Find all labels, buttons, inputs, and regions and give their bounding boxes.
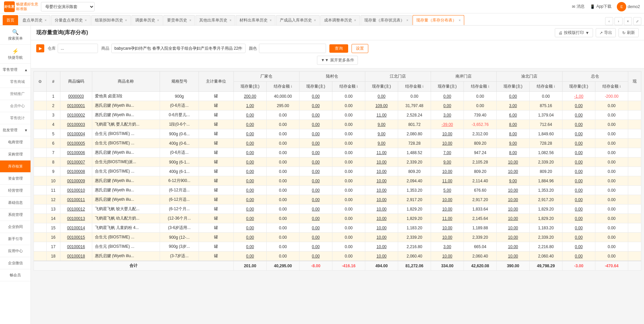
- td-jb-amt: 2,339.20: [398, 233, 431, 242]
- td-na-qty: 9.00: [431, 157, 464, 167]
- tab-close-icon[interactable]: ×: [157, 18, 159, 22]
- td-tot-amt: 0.00: [595, 148, 628, 157]
- tab-cost-adjust[interactable]: 成本调整单历史 ×: [320, 15, 360, 25]
- warehouse-input[interactable]: [58, 44, 98, 53]
- nav-next-btn[interactable]: ›: [614, 17, 623, 25]
- td-index: 18: [46, 251, 60, 261]
- info-icon[interactable]: ℹ: [620, 85, 621, 88]
- sidebar-item-purchase[interactable]: 采购管理: [0, 148, 31, 160]
- goods-input[interactable]: [111, 44, 246, 53]
- tab-close-icon[interactable]: ×: [189, 18, 191, 22]
- settings-icon[interactable]: ⚙: [38, 79, 42, 84]
- td-f-amt: 0.00: [267, 120, 300, 129]
- sidebar-item-member[interactable]: 会员中心: [0, 100, 31, 112]
- content-area: 现存量查询(库存分布) 🖨 按模版打印 ▼ ↗ 导出 ↻ 刷新: [31, 26, 644, 324]
- td-jb-amt: 1,829.20: [398, 214, 431, 223]
- tab-close-icon[interactable]: ×: [354, 18, 356, 22]
- tab-close-icon[interactable]: ×: [459, 18, 461, 22]
- tab-inventory-check[interactable]: 盘点单历史 ×: [19, 15, 50, 25]
- nav-close-btn[interactable]: ×: [624, 17, 632, 25]
- tab-partial-check[interactable]: 分量盘点单历史 ×: [51, 15, 91, 25]
- sidebar-item-wholesale[interactable]: 批发管理 ▼: [0, 124, 31, 136]
- tab-home[interactable]: 首页: [3, 15, 18, 25]
- sidebar-item-operation[interactable]: 经营管理: [0, 185, 31, 197]
- sidebar-item-finance[interactable]: 资金管理: [0, 173, 31, 185]
- sidebar-item-enterprise[interactable]: 企业协同: [0, 221, 31, 233]
- sidebar-item-marketing[interactable]: 营销推广: [0, 88, 31, 100]
- sidebar-item-inventory[interactable]: 库存核算: [0, 160, 31, 173]
- info-icon[interactable]: ℹ: [291, 85, 292, 88]
- footer-na-amt: 42,620.08: [464, 261, 497, 271]
- nav-expand-btn[interactable]: ⤢: [633, 17, 641, 25]
- print-btn[interactable]: 🖨 按模版打印 ▼: [555, 28, 593, 37]
- td-jb-qty: 10.00: [365, 214, 398, 223]
- td-tot-qty: 0.00: [562, 251, 595, 261]
- tab-close-icon[interactable]: ×: [407, 18, 409, 22]
- color-input[interactable]: [259, 44, 326, 53]
- message-btn[interactable]: ✉ 消息: [572, 4, 585, 9]
- info-icon[interactable]: ℹ: [488, 85, 489, 88]
- td-name: 飞鹤星飞帆 儿童奶粉 4...: [92, 223, 160, 233]
- tab-transfer[interactable]: 调拨单历史 ×: [131, 15, 163, 25]
- nav-prev-btn[interactable]: ‹: [605, 17, 613, 25]
- sidebar-item-retail-stat[interactable]: 零售统计: [0, 112, 31, 124]
- td-xian: [628, 129, 641, 139]
- sidebar-item-retail-store[interactable]: 零售商城: [0, 76, 31, 88]
- td-unit: 罐: [199, 251, 233, 261]
- tab-close-icon[interactable]: ×: [45, 18, 47, 22]
- tab-product-in[interactable]: 产成品入库单历史 ×: [276, 15, 320, 25]
- sidebar-item-appcenter[interactable]: 应用中心: [0, 245, 31, 257]
- user-area[interactable]: E demo2: [617, 2, 640, 11]
- sidebar-item-ecommerce[interactable]: 电商管理: [0, 136, 31, 148]
- tab-close-icon[interactable]: ×: [229, 18, 231, 22]
- td-code: 00100010: [60, 186, 92, 195]
- tab-material-out[interactable]: 材料出库单历史 ×: [236, 15, 275, 25]
- refresh-btn[interactable]: ↻ 刷新: [619, 28, 639, 37]
- filter-expand-arrow[interactable]: ▶: [36, 44, 44, 52]
- sidebar-item-svip[interactable]: 畅会员: [0, 269, 31, 281]
- tab-other-out[interactable]: 其他出库单历史 ×: [196, 15, 235, 25]
- sidebar-item-guide[interactable]: 新手引导: [0, 233, 31, 245]
- export-btn[interactable]: ↗ 导出: [596, 28, 616, 37]
- info-icon[interactable]: ℹ: [554, 85, 555, 88]
- tab-order[interactable]: 要货单历史 ×: [163, 15, 195, 25]
- sidebar-item-basic[interactable]: 基础信息: [0, 197, 31, 209]
- tab-close-icon[interactable]: ×: [314, 18, 316, 22]
- td-l-qty: 0.00: [299, 195, 332, 204]
- sidebar-item-search[interactable]: 🔍 搜索英单: [0, 26, 31, 45]
- td-code: 0000003: [60, 92, 92, 101]
- info-icon[interactable]: ℹ: [422, 85, 424, 88]
- logo-area: 好生意 畅捷通好生意 标准版: [4, 1, 38, 12]
- sidebar-item-corpwechat[interactable]: 企业微信: [0, 257, 31, 269]
- sidebar-item-retail[interactable]: 零售管理 ▲: [0, 64, 31, 76]
- td-f-amt: 0.00: [267, 186, 300, 195]
- sidebar-item-shortcut[interactable]: ⚡ 快捷导航: [0, 45, 31, 64]
- td-yb-amt: 2,917.20: [530, 195, 562, 204]
- table-container[interactable]: ⚙ # 商品编码 商品名称 规格型号 主计量单位 厂家仓 陆村仓 江北门店 南岸…: [31, 68, 644, 324]
- query-btn[interactable]: 查询: [329, 44, 348, 53]
- td-f-qty: 0.00: [233, 223, 266, 233]
- setting-btn[interactable]: 设置: [352, 44, 368, 53]
- td-jb-amt: 809.20: [398, 167, 431, 176]
- td-yb-amt: 728.28: [530, 139, 562, 148]
- td-f-amt: 0.00: [267, 242, 300, 251]
- td-yb-amt: 1,849.60: [530, 129, 562, 139]
- app-download-btn[interactable]: 📱 App下载: [590, 4, 611, 9]
- td-unit: 罐: [199, 167, 233, 176]
- tab-stock-dist[interactable]: 现存量（库存分布表） ×: [413, 15, 464, 25]
- tab-close-icon[interactable]: ×: [270, 18, 272, 22]
- tab-close-icon[interactable]: ×: [125, 18, 127, 22]
- sidebar-item-system[interactable]: 系统管理: [0, 209, 31, 221]
- module-selector[interactable]: 母婴行业演示陈套: [41, 2, 95, 11]
- td-jb-amt: 728.28: [398, 139, 431, 148]
- tab-stock-status[interactable]: 现存量（库存状况表） ×: [361, 15, 412, 25]
- tab-assemble[interactable]: 组装拆卸单历史 ×: [91, 15, 131, 25]
- td-f-qty: 0.00: [233, 195, 266, 204]
- tab-close-icon[interactable]: ×: [85, 18, 87, 22]
- td-code: 00100013: [60, 214, 92, 223]
- expand-conditions-btn[interactable]: ▼▼ 展开更多条件: [317, 56, 358, 65]
- info-icon[interactable]: ℹ: [357, 85, 358, 88]
- th-settings[interactable]: ⚙: [34, 72, 47, 92]
- td-spec: 900g (12-...: [160, 233, 199, 242]
- td-name: 惠氏启腱 (Wyeth illu...: [92, 251, 160, 261]
